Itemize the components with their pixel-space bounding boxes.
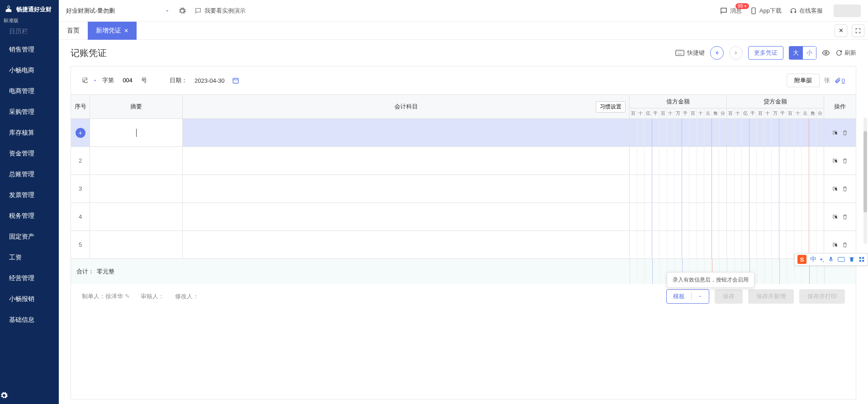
nav-item-sales[interactable]: 销售管理 — [0, 39, 59, 60]
size-toggle: 大 小 — [789, 46, 816, 60]
table-row[interactable]: + — [71, 118, 856, 146]
ime-punct-icon[interactable]: •, — [820, 256, 824, 263]
messages-button[interactable]: 消息 99 + — [720, 7, 742, 15]
summary-cell[interactable] — [90, 231, 183, 258]
chevron-down-icon[interactable] — [92, 78, 98, 83]
tab-new-voucher[interactable]: 新增凭证 ✕ — [88, 22, 137, 40]
table-row[interactable]: 3 — [71, 174, 856, 202]
page-header: 记账凭证 快捷键 更多凭证 大 小 刷新 — [59, 40, 868, 66]
size-small[interactable]: 小 — [803, 46, 816, 60]
col-account-header: 会计科目 习惯设置 — [183, 95, 630, 118]
nav-item-business[interactable]: 经营管理 — [0, 268, 59, 289]
fullscreen-button[interactable] — [852, 24, 864, 37]
summary-cell[interactable] — [90, 119, 183, 146]
tab-close-button[interactable]: ✕ — [835, 24, 847, 37]
delete-row-icon[interactable] — [842, 130, 848, 136]
demo-link[interactable]: 我要看实例演示 — [194, 7, 246, 15]
credit-digits: 百十亿千百十万千百十元角分 — [727, 108, 824, 118]
delete-row-icon[interactable] — [842, 214, 848, 220]
date-value[interactable]: 2023-04-30 — [194, 77, 225, 84]
nav-item-purchase[interactable]: 采购管理 — [0, 102, 59, 122]
edit-icon[interactable]: ✎ — [125, 293, 130, 300]
calendar-icon[interactable] — [232, 77, 239, 84]
nav-item-funds[interactable]: 资金管理 — [0, 143, 59, 164]
service-button[interactable]: 在线客服 — [790, 7, 823, 15]
ime-tools-icon[interactable] — [859, 256, 865, 263]
attach-document-button[interactable]: 附单据 — [787, 74, 820, 87]
total-label: 合计： — [76, 268, 94, 276]
refresh-button[interactable]: 刷新 — [835, 49, 856, 57]
ime-skin-icon[interactable] — [849, 256, 855, 263]
account-cell[interactable] — [183, 119, 630, 146]
hao-label: 号 — [141, 76, 147, 85]
summary-cell[interactable] — [90, 203, 183, 230]
habit-settings-button[interactable]: 习惯设置 — [596, 101, 626, 113]
nav-item-tax[interactable]: 税务管理 — [0, 206, 59, 226]
table-body: +2345 — [71, 118, 856, 258]
page-title: 记账凭证 — [71, 47, 107, 59]
table-row[interactable]: 2 — [71, 146, 856, 174]
voucher-type[interactable]: 记 — [82, 76, 88, 85]
logo-icon — [4, 5, 14, 14]
copy-row-icon[interactable] — [832, 214, 838, 220]
nav-item-ledger[interactable]: 总账管理 — [0, 164, 59, 185]
ime-toolbar[interactable]: S 中 •, — [794, 253, 868, 266]
size-big[interactable]: 大 — [789, 46, 803, 60]
avatar[interactable] — [834, 5, 861, 17]
org-selector[interactable]: 好业财测试-量勿删 — [66, 7, 170, 15]
sidebar-settings[interactable] — [0, 387, 59, 404]
scrollbar[interactable] — [863, 117, 867, 244]
account-cell[interactable] — [183, 203, 630, 230]
demo-text: 我要看实例演示 — [204, 7, 246, 15]
nav-item-invoice[interactable]: 发票管理 — [0, 185, 59, 206]
svg-point-3 — [825, 52, 827, 54]
prev-voucher-button[interactable] — [710, 46, 724, 60]
nav-item-ecomm[interactable]: 电商管理 — [0, 81, 59, 102]
account-cell[interactable] — [183, 147, 630, 174]
table-row[interactable]: 4 — [71, 202, 856, 230]
scrollbar-thumb[interactable] — [863, 131, 867, 212]
attachment-link[interactable]: 0 — [835, 77, 845, 84]
more-vouchers-button[interactable]: 更多凭证 — [748, 46, 783, 60]
close-icon[interactable]: ✕ — [124, 28, 128, 34]
nav-item-partial[interactable]: 日历栏 — [0, 28, 59, 39]
nav-item-assets[interactable]: 固定资产 — [0, 226, 59, 247]
nav-item-ecomm-xc[interactable]: 小畅电商 — [0, 60, 59, 81]
ime-mic-icon[interactable] — [828, 256, 834, 263]
copy-row-icon[interactable] — [832, 242, 838, 248]
summary-cell[interactable] — [90, 175, 183, 202]
shortcut-button[interactable]: 快捷键 — [675, 49, 705, 57]
copy-row-icon[interactable] — [832, 130, 838, 136]
keyboard-icon — [675, 50, 684, 56]
delete-row-icon[interactable] — [842, 242, 848, 248]
account-cell[interactable] — [183, 231, 630, 258]
account-cell[interactable] — [183, 175, 630, 202]
voucher-number-input[interactable] — [119, 77, 137, 84]
template-button[interactable]: 模板 — [666, 289, 709, 304]
delete-row-icon[interactable] — [842, 158, 848, 164]
maker-label: 制单人： — [82, 293, 105, 300]
tab-home[interactable]: 首页 — [59, 22, 88, 40]
settings-icon[interactable] — [178, 7, 186, 15]
app-download-button[interactable]: App下载 — [750, 7, 782, 15]
delete-row-icon[interactable] — [842, 186, 848, 192]
ime-keyboard-icon[interactable] — [838, 257, 845, 262]
nav-item-basic[interactable]: 基础信息 — [0, 310, 59, 330]
col-ops-header: 操作 — [824, 95, 856, 118]
preview-button[interactable] — [822, 49, 830, 57]
edition-badge: 标准版 — [4, 17, 55, 24]
copy-row-icon[interactable] — [832, 186, 838, 192]
table-row[interactable]: 5 — [71, 230, 856, 258]
voucher-card: 记 字第 号 日期： 2023-04-30 附单据 张 0 — [71, 66, 856, 399]
copy-row-icon[interactable] — [832, 158, 838, 164]
message-icon — [720, 7, 728, 15]
next-voucher-button[interactable] — [729, 46, 743, 60]
nav-item-salary[interactable]: 工资 — [0, 247, 59, 268]
col-debit-header: 借方金额 百十亿千百十万千百十元角分 — [630, 95, 727, 118]
summary-cell[interactable] — [90, 147, 183, 174]
nav-item-inventory[interactable]: 库存核算 — [0, 122, 59, 143]
ime-lang[interactable]: 中 — [810, 255, 816, 263]
nav-item-expense[interactable]: 小畅报销 — [0, 289, 59, 310]
add-row-button[interactable]: + — [76, 128, 85, 138]
svg-rect-13 — [859, 260, 861, 262]
